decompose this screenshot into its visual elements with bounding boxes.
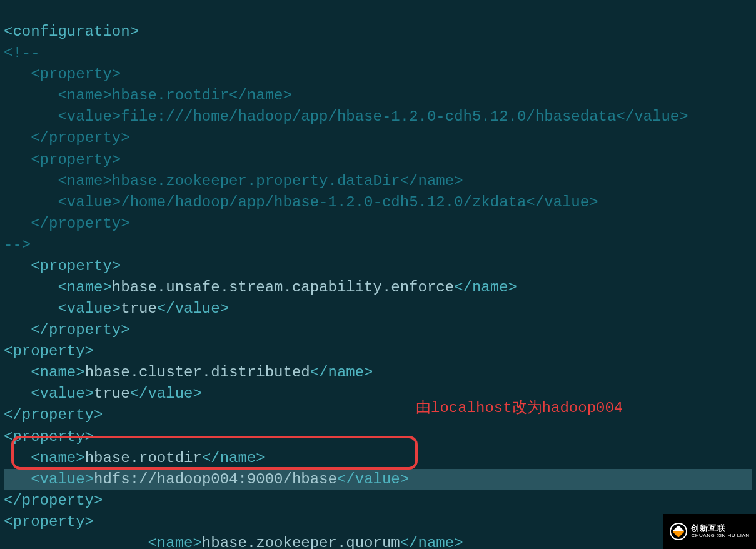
code-line: <name>hbase.zookeeper.quorum</name> — [4, 535, 463, 549]
code-line: <name>hbase.cluster.distributed</name> — [4, 364, 373, 381]
code-line: <property> — [4, 343, 94, 360]
code-line: <value>true</value> — [4, 385, 202, 402]
code-line: <property> — [4, 428, 94, 445]
code-line: <property> — [4, 258, 121, 274]
code-line: </property> — [4, 492, 103, 509]
code-line: </property> — [4, 321, 130, 338]
comment-line: <property> — [4, 66, 121, 83]
comment-line: <value>/home/hadoop/app/hbase-1.2.0-cdh5… — [4, 194, 598, 211]
comment-line: <property> — [4, 151, 121, 168]
watermark-logo: 创新互联 CHUANG XIN HU LIAN — [663, 514, 756, 549]
comment-line: <name>hbase.zookeeper.property.dataDir</… — [4, 173, 463, 189]
code-line: <property> — [4, 513, 94, 530]
comment-open: <!-- — [4, 44, 40, 61]
highlighted-line: <value>hdfs://hadoop004:9000/hbase</valu… — [4, 469, 752, 490]
tag-configuration: <configuration> — [4, 23, 139, 40]
annotation-text: 由localhost改为hadoop004 — [416, 398, 623, 419]
code-line: <name>hbase.unsafe.stream.capability.enf… — [4, 279, 517, 296]
comment-close: --> — [4, 236, 31, 253]
code-line: <name>hbase.rootdir</name> — [4, 450, 265, 466]
code-line: <value>true</value> — [4, 300, 229, 317]
code-line: </property> — [4, 406, 103, 423]
comment-line: <name>hbase.rootdir</name> — [4, 87, 292, 104]
comment-line: </property> — [4, 215, 130, 232]
code-block: <configuration> <!-- <property> <name>hb… — [0, 0, 756, 549]
watermark-icon — [670, 523, 687, 540]
comment-line: </property> — [4, 129, 130, 146]
watermark-text: 创新互联 CHUANG XIN HU LIAN — [691, 524, 749, 538]
comment-line: <value>file:///home/hadoop/app/hbase-1.2… — [4, 108, 688, 125]
